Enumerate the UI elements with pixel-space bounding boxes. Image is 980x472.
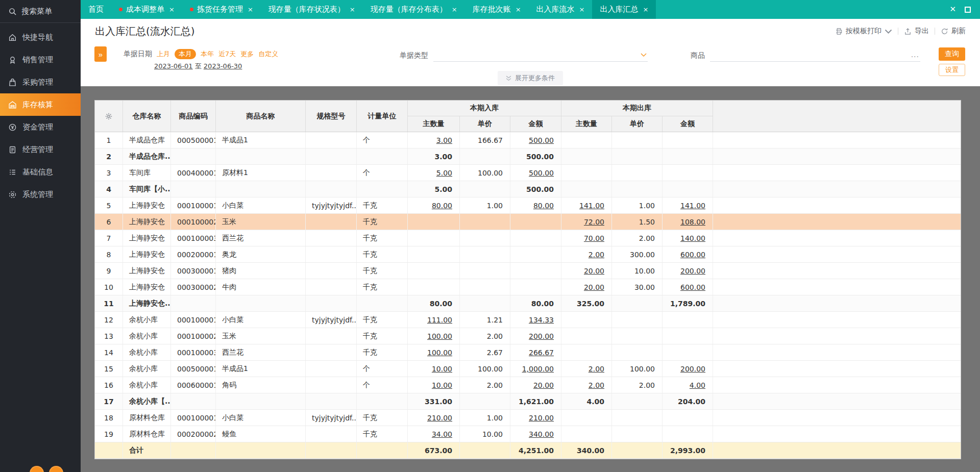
query-button[interactable]: 查询 [939, 47, 965, 61]
table-total-row[interactable]: 合计673.004,251.00340.002,993.00 [95, 442, 961, 459]
tab-close-icon[interactable]: × [516, 6, 521, 13]
table-row[interactable]: 8上海静安仓000200001奥龙千克2.00300.00600.00 [95, 246, 961, 263]
print-by-template-button[interactable]: 按模板打印 [835, 27, 892, 36]
drill-down-link[interactable]: 10.00 [432, 381, 452, 389]
drill-down-link[interactable]: 20.00 [533, 381, 554, 389]
column-settings-button[interactable] [95, 101, 123, 132]
table-row[interactable]: 9上海静安仓000300001猪肉千克20.0010.00200.00 [95, 263, 961, 279]
sidebar-item-base-info[interactable]: 基础信息 [0, 161, 81, 183]
table-row[interactable]: 13余杭小库000100002玉米千克100.002.00200.00 [95, 328, 961, 344]
tab-close-icon[interactable]: × [350, 6, 355, 13]
drill-down-link[interactable]: 134.33 [529, 316, 554, 324]
sidebar-item-system[interactable]: 系统管理 [0, 183, 81, 206]
date-option-1[interactable]: 本月 [175, 49, 196, 59]
tab-1[interactable]: 成本调整单× [111, 0, 182, 19]
sidebar-item-inventory[interactable]: 库存核算 [0, 93, 81, 116]
drill-down-link[interactable]: 2.00 [589, 381, 604, 389]
export-button[interactable]: 导出 [904, 27, 929, 36]
sidebar-item-funds[interactable]: 资金管理 [0, 116, 81, 138]
drill-down-link[interactable]: 2.00 [589, 365, 604, 373]
drill-down-link[interactable]: 20.00 [584, 267, 604, 275]
doc-type-select[interactable] [433, 49, 648, 62]
date-option-2[interactable]: 本年 [201, 49, 214, 59]
drill-down-link[interactable]: 34.00 [432, 430, 452, 438]
refresh-button[interactable]: 刷新 [941, 27, 966, 36]
drill-down-link[interactable]: 108.00 [680, 218, 705, 226]
drill-down-link[interactable]: 200.00 [680, 365, 705, 373]
table-row[interactable]: 3车间库000400001原材料1个5.00100.00500.00 [95, 165, 961, 181]
table-row[interactable]: 18原材料仓库000100001小白菜tyjyjtyjtyjdf...千克210… [95, 410, 961, 426]
tab-close-icon[interactable]: × [452, 6, 457, 13]
settings-button[interactable]: 设置 [939, 64, 965, 76]
table-row[interactable]: 10上海静安仓000300002牛肉千克20.0030.00600.00 [95, 279, 961, 295]
tab-close-icon[interactable]: × [643, 6, 648, 13]
drill-down-link[interactable]: 72.00 [584, 218, 604, 226]
table-row[interactable]: 17余杭小库【...331.001,621.004.00204.00 [95, 393, 961, 410]
date-option-4[interactable]: 更多 [240, 49, 254, 59]
drill-down-link[interactable]: 2.00 [589, 251, 604, 259]
tab-3[interactable]: 现存量（库存状况表）× [261, 0, 363, 19]
date-option-5[interactable]: 自定义 [258, 49, 278, 59]
table-row[interactable]: 5上海静安仓000100001小白菜tyjyjtyjtyjdf...千克80.0… [95, 197, 961, 214]
table-row[interactable]: 14余杭小库000100003西兰花千克100.002.67266.67 [95, 344, 961, 361]
date-option-0[interactable]: 上月 [157, 49, 170, 59]
drill-down-link[interactable]: 210.00 [529, 414, 554, 422]
sidebar-item-quick-nav[interactable]: 快捷导航 [0, 26, 81, 48]
drill-down-link[interactable]: 500.00 [529, 169, 554, 177]
tab-2[interactable]: 拣货任务管理× [182, 0, 261, 19]
close-icon[interactable]: ✕ [949, 6, 956, 13]
drill-down-link[interactable]: 200.00 [529, 332, 554, 340]
drill-down-link[interactable]: 70.00 [584, 234, 604, 242]
table-row[interactable]: 12余杭小库000100001小白菜tyjyjtyjtyjdf...千克111.… [95, 312, 961, 328]
drill-down-link[interactable]: 111.00 [427, 316, 452, 324]
table-row[interactable]: 6上海静安仓000100002玉米千克72.001.50108.00 [95, 214, 961, 230]
drill-down-link[interactable]: 210.00 [427, 414, 452, 422]
tab-0[interactable]: 首页 [81, 0, 111, 19]
maximize-icon[interactable] [965, 7, 971, 13]
drill-down-link[interactable]: 100.00 [427, 332, 452, 340]
sidebar-item-purchase[interactable]: 采购管理 [0, 71, 81, 93]
drill-down-link[interactable]: 4.00 [690, 381, 705, 389]
drill-down-link[interactable]: 20.00 [584, 283, 604, 291]
tab-7[interactable]: 出入库汇总× [592, 0, 656, 19]
drill-down-link[interactable]: 80.00 [533, 202, 554, 210]
drill-down-link[interactable]: 141.00 [680, 202, 705, 210]
drill-down-link[interactable]: 10.00 [432, 365, 452, 373]
tab-close-icon[interactable]: × [579, 6, 585, 13]
drill-down-link[interactable]: 100.00 [427, 349, 452, 357]
floating-action-icon[interactable] [30, 466, 44, 472]
drill-down-link[interactable]: 5.00 [436, 169, 452, 177]
drill-down-link[interactable]: 500.00 [529, 136, 554, 144]
tab-6[interactable]: 出入库流水× [529, 0, 593, 19]
date-option-3[interactable]: 近7天 [218, 49, 236, 59]
drill-down-link[interactable]: 266.67 [529, 349, 554, 357]
sidebar-item-sales[interactable]: 销售管理 [0, 48, 81, 71]
table-row[interactable]: 7上海静安仓000100003西兰花千克70.002.00140.00 [95, 230, 961, 246]
tab-4[interactable]: 现存量（库存分布表）× [363, 0, 465, 19]
sidebar-search[interactable]: 搜索菜单 [0, 0, 81, 23]
table-row[interactable]: 11上海静安仓...80.0080.00325.001,789.00 [95, 295, 961, 312]
table-row[interactable]: 4车间库【小...5.00500.00 [95, 181, 961, 197]
drill-down-link[interactable]: 141.00 [579, 202, 604, 210]
tab-close-icon[interactable]: × [248, 6, 253, 13]
floating-action-icon[interactable] [49, 466, 63, 472]
drill-down-link[interactable]: 200.00 [680, 267, 705, 275]
drill-down-link[interactable]: 80.00 [432, 202, 452, 210]
tab-close-icon[interactable]: × [169, 6, 175, 13]
tab-5[interactable]: 库存批次账× [465, 0, 529, 19]
table-row[interactable]: 19原材料仓库000200002鳗鱼千克34.0010.00340.00 [95, 426, 961, 442]
table-row[interactable]: 16余杭小库000600001角码个10.002.0020.002.002.00… [95, 377, 961, 393]
collapse-filter-button[interactable]: » [94, 46, 107, 62]
drill-down-link[interactable]: 600.00 [680, 283, 705, 291]
drill-down-link[interactable]: 140.00 [680, 234, 705, 242]
drill-down-link[interactable]: 600.00 [680, 251, 705, 259]
date-from-link[interactable]: 2023-06-01 [154, 62, 193, 70]
chevron-down-icon[interactable] [641, 53, 647, 57]
sidebar-item-business[interactable]: 经营管理 [0, 138, 81, 161]
goods-input[interactable]: ... [710, 49, 920, 62]
drill-down-link[interactable]: 1,000.00 [522, 365, 554, 373]
date-to-link[interactable]: 2023-06-30 [204, 62, 242, 70]
table-row[interactable]: 15余杭小库000500001半成品1个10.00100.001,000.002… [95, 361, 961, 377]
expand-more-conditions-button[interactable]: 展开更多条件 [498, 71, 563, 85]
drill-down-link[interactable]: 3.00 [436, 136, 452, 144]
